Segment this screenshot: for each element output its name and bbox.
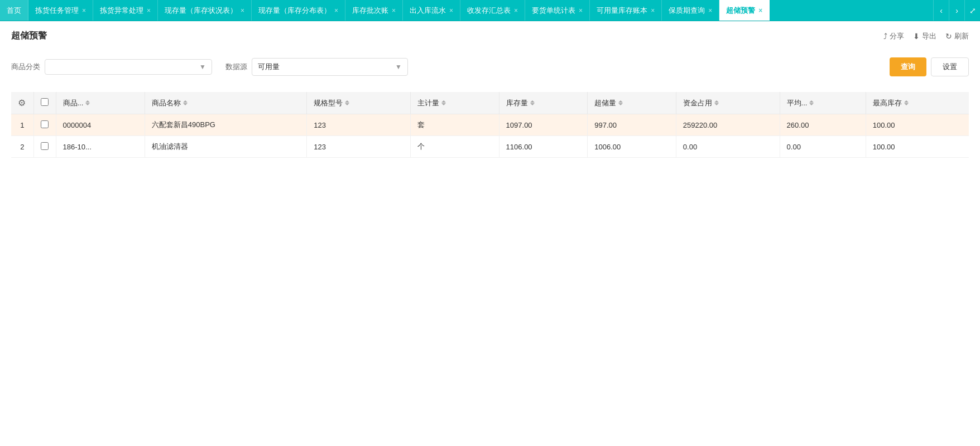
datasource-chevron-icon: ▼ [395,63,402,71]
row-unit: 套 [410,114,499,136]
col-avg: 平均... [780,92,866,114]
row-over-stock: 1006.00 [588,136,676,158]
col-settings: ⚙ [11,92,33,114]
row-spec: 123 [307,136,411,158]
row-product-name: 六配套新昌490BPG [145,114,306,136]
col-spec: 规格型号 [307,92,411,114]
col-product-code: 商品... [56,92,145,114]
close-tab-11[interactable]: × [758,7,762,14]
datasource-value: 可用量 [258,62,280,72]
category-chevron-icon: ▼ [199,63,206,71]
sort-over-stock-icon[interactable] [618,100,623,105]
sort-capital-icon[interactable] [714,100,719,105]
nav-tab-10[interactable]: 保质期查询 × [662,0,719,21]
row-index: 1 [11,114,33,136]
nav-arrow-left[interactable]: ‹ [933,0,949,21]
row-max-stock: 100.00 [866,114,969,136]
query-button[interactable]: 查询 [890,57,926,76]
nav-tab-home[interactable]: 首页 [0,0,28,21]
nav-arrow-expand[interactable]: ⤢ [964,0,980,21]
select-all-checkbox[interactable] [41,98,49,106]
filter-row: 商品分类 ▼ 数据源 可用量 ▼ 查询 设置 [11,51,969,83]
nav-tab-11-active[interactable]: 超储预警 × [719,0,770,21]
row-avg: 260.00 [780,114,866,136]
nav-arrow-right[interactable]: › [949,0,964,21]
col-max-stock: 最高库存 [866,92,969,114]
row-product-code: 186-10... [56,136,145,158]
header-actions: ⤴ 分享 ⬇ 导出 ↻ 刷新 [883,31,969,41]
close-tab-4[interactable]: × [334,7,338,14]
close-tab-10[interactable]: × [708,7,712,14]
page-header: 超储预警 ⤴ 分享 ⬇ 导出 ↻ 刷新 [11,30,969,42]
settings-gear-icon[interactable]: ⚙ [18,98,26,108]
row-capital: 0.00 [676,136,780,158]
datasource-label: 数据源 [225,62,247,72]
top-nav: 首页 拣货任务管理 × 拣货异常处理 × 现存量（库存状况表） × 现存量（库存… [0,0,980,21]
col-product-name: 商品名称 [145,92,306,114]
datasource-select[interactable]: 可用量 ▼ [252,58,408,76]
data-table: ⚙ 商品... 商品名称 [11,92,969,158]
row-product-name: 机油滤清器 [145,136,306,158]
row-checkbox[interactable] [41,142,49,150]
row-stock: 1106.00 [499,136,588,158]
export-icon: ⬇ [913,32,920,41]
row-checkbox[interactable] [41,120,49,128]
table-header-row: ⚙ 商品... 商品名称 [11,92,969,114]
col-stock: 库存量 [499,92,588,114]
col-capital: 资金占用 [676,92,780,114]
close-tab-1[interactable]: × [82,7,86,14]
nav-tab-2[interactable]: 拣货异常处理 × [93,0,158,21]
row-spec: 123 [307,114,411,136]
sort-product-code-icon[interactable] [85,100,90,105]
row-checkbox-cell [33,114,56,136]
nav-tab-6[interactable]: 出入库流水 × [403,0,460,21]
row-over-stock: 997.00 [588,114,676,136]
nav-tab-8[interactable]: 要货单统计表 × [525,0,590,21]
refresh-icon: ↻ [945,32,952,41]
filter-buttons: 查询 设置 [890,57,969,76]
category-select[interactable]: ▼ [45,59,212,75]
close-tab-3[interactable]: × [241,7,244,14]
table-row: 1 0000004 六配套新昌490BPG 123 套 1097.00 997.… [11,114,969,136]
export-button[interactable]: ⬇ 导出 [913,31,936,41]
close-tab-8[interactable]: × [579,7,583,14]
nav-tab-5[interactable]: 库存批次账 × [345,0,403,21]
col-over-stock: 超储量 [588,92,676,114]
nav-arrows: ‹ › ⤢ [933,0,980,21]
row-checkbox-cell [33,136,56,158]
sort-unit-icon[interactable] [441,100,446,105]
sort-product-name-icon[interactable] [183,100,188,105]
table-row: 2 186-10... 机油滤清器 123 个 1106.00 1006.00 … [11,136,969,158]
sort-max-stock-icon[interactable] [904,100,909,105]
setting-button[interactable]: 设置 [931,57,969,76]
row-max-stock: 100.00 [866,136,969,158]
row-index: 2 [11,136,33,158]
col-unit: 主计量 [410,92,499,114]
row-stock: 1097.00 [499,114,588,136]
close-tab-7[interactable]: × [514,7,518,14]
nav-tab-4[interactable]: 现存量（库存分布表） × [252,0,345,21]
share-icon: ⤴ [883,32,887,41]
sort-stock-icon[interactable] [530,100,535,105]
datasource-filter: 数据源 可用量 ▼ [225,58,408,76]
nav-tab-1[interactable]: 拣货任务管理 × [28,0,93,21]
close-tab-9[interactable]: × [651,7,655,14]
sort-spec-icon[interactable] [345,100,349,105]
nav-tab-7[interactable]: 收发存汇总表 × [460,0,525,21]
close-tab-6[interactable]: × [449,7,453,14]
close-tab-5[interactable]: × [392,7,396,14]
close-tab-2[interactable]: × [147,7,151,14]
share-button[interactable]: ⤴ 分享 [883,31,904,41]
page-content: 超储预警 ⤴ 分享 ⬇ 导出 ↻ 刷新 商品分类 ▼ 数据源 [0,21,980,446]
row-product-code: 0000004 [56,114,145,136]
sort-avg-icon[interactable] [809,100,814,105]
row-avg: 0.00 [780,136,866,158]
table-body: 1 0000004 六配套新昌490BPG 123 套 1097.00 997.… [11,114,969,158]
nav-tab-9[interactable]: 可用量库存账本 × [590,0,662,21]
refresh-button[interactable]: ↻ 刷新 [945,31,969,41]
row-capital: 259220.00 [676,114,780,136]
nav-tab-3[interactable]: 现存量（库存状况表） × [158,0,252,21]
category-filter: 商品分类 ▼ [11,59,212,75]
col-checkbox-header [33,92,56,114]
category-label: 商品分类 [11,62,40,72]
